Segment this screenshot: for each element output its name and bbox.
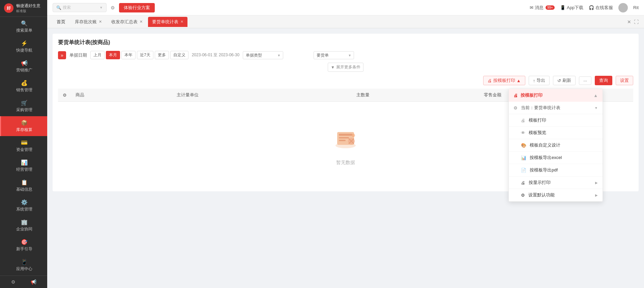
type-select[interactable]: 单据类型 (243, 51, 283, 59)
tab-label-receivable-summary: 收发存汇总表 (111, 19, 138, 25)
username-label[interactable]: Rit (633, 5, 639, 10)
basic-info-icon: 📋 (21, 179, 28, 186)
sidebar-label-operations: 经营管理 (16, 167, 32, 172)
col-quantity: 主数量 (352, 89, 480, 102)
sidebar-item-marketing[interactable]: 📢营销推广 (0, 57, 47, 76)
page-title: 要货单统计表(按商品) (58, 39, 633, 46)
tab-home[interactable]: 首页 (53, 17, 69, 27)
sidebar-item-operations[interactable]: 📊经营管理 (0, 156, 47, 176)
query-btn[interactable]: 查询 (595, 76, 612, 85)
sidebar-label-basic-info: 基础信息 (16, 187, 32, 192)
more-btn[interactable]: ··· (579, 76, 591, 85)
sidebar-label-finance: 资金管理 (16, 147, 32, 153)
date-buttons: 上月本月本年近7天更多自定义 (90, 51, 188, 59)
template-print-label: 模板打印 (529, 117, 546, 123)
sidebar-item-inventory[interactable]: 📦库存核算 (0, 116, 47, 136)
tabbar: 首页库存批次账✕收发存汇总表✕要货单统计表✕ ✕ ⛶ (47, 15, 644, 28)
date-btn-prev[interactable]: 上月 (90, 51, 105, 59)
current-icon: ⚙ (514, 105, 518, 110)
tab-order-stats[interactable]: 要货单统计表✕ (148, 17, 187, 27)
main-area: 🔍 搜索 ▼ ⚙ 体验行业方案 ✉ 消息 99+ 📱 App下载 🎧 在线客服 … (47, 0, 644, 288)
export-pdf-label: 按模板导出pdf (530, 167, 558, 173)
dropdown-display-print[interactable]: 🖨 按显示打印 ▶ (509, 177, 603, 189)
dropdown-item-export-pdf[interactable]: 📄按模板导出pdf (509, 164, 603, 177)
filter-bar: » 单据日期 上月本月本年近7天更多自定义 2023-06-01 至 2023-… (58, 51, 633, 59)
sidebar-label-marketing: 营销推广 (16, 67, 32, 73)
dropdown-close-arrow[interactable]: ▲ (593, 93, 598, 98)
dropdown-header-label: 按模板打印 (521, 92, 543, 98)
dropdown-item-template-design[interactable]: 🎨模板自定义设计 (509, 139, 603, 152)
tab-close-order-stats[interactable]: ✕ (180, 20, 183, 24)
content-area: 要货单统计表(按商品) » 单据日期 上月本月本年近7天更多自定义 2023-0… (47, 28, 644, 288)
tab-close-receivable-summary[interactable]: ✕ (140, 20, 143, 24)
export-btn[interactable]: ↑ 导出 (529, 76, 550, 85)
tab-batch-account[interactable]: 库存批次账✕ (71, 17, 106, 27)
empty-text: 暂无数据 (336, 160, 355, 166)
sidebar-nav: 🔍搜索菜单⚡快捷导航📢营销推广💰销售管理🛒采购管理📦库存核算💳资金管理📊经营管理… (0, 17, 47, 276)
tab-close-batch-account[interactable]: ✕ (99, 20, 102, 24)
sidebar-item-sales[interactable]: 💰销售管理 (0, 76, 47, 96)
sidebar-item-purchase[interactable]: 🛒采购管理 (0, 96, 47, 116)
settings-btn[interactable]: 设置 (616, 76, 633, 85)
user-avatar[interactable] (618, 3, 628, 12)
online-service-btn[interactable]: 🎧 在线客服 (589, 5, 613, 11)
display-print-icon: 🖨 (521, 180, 525, 185)
sidebar-item-guide[interactable]: 🎯新手引导 (0, 235, 47, 255)
messages-badge: 99+ (546, 5, 555, 10)
dropdown-item-export-excel[interactable]: 📊按模板导出excel (509, 152, 603, 164)
svg-point-8 (352, 134, 355, 137)
finance-icon: 💳 (21, 139, 28, 146)
display-print-arrow: ▶ (595, 181, 598, 185)
topbar-search-box[interactable]: 🔍 搜索 ▼ (53, 3, 107, 12)
messages-btn[interactable]: ✉ 消息 99+ (530, 5, 555, 11)
sidebar-item-enterprise[interactable]: 🏢企业协同 (0, 216, 47, 235)
logo-text: 畅捷通好生意 标准版 (16, 3, 40, 13)
filter-toggle-btn[interactable]: » (58, 51, 66, 59)
sidebar-label-guide: 新手引导 (16, 246, 32, 252)
date-btn-year[interactable]: 本年 (121, 51, 136, 59)
tab-receivable-summary[interactable]: 收发存汇总表✕ (107, 17, 147, 27)
set-default-arrow: ▶ (595, 193, 598, 197)
sidebar-label-purchase: 采购管理 (16, 107, 32, 113)
settings-footer-icon[interactable]: ⚙ (11, 279, 16, 285)
industry-btn[interactable]: 体验行业方案 (119, 3, 155, 12)
dropdown-item-template-print[interactable]: 🖨模板打印 (509, 114, 603, 127)
template-preview-label: 模板预览 (529, 130, 546, 136)
topbar-gear-icon[interactable]: ⚙ (111, 5, 115, 10)
sidebar-item-quick-nav[interactable]: ⚡快捷导航 (0, 37, 47, 57)
sidebar-item-finance[interactable]: 💳资金管理 (0, 136, 47, 156)
sidebar-item-basic-info[interactable]: 📋基础信息 (0, 176, 47, 196)
dropdown-header: 🖨 按模板打印 ▲ (509, 89, 603, 102)
tab-expand-icon[interactable]: ⛶ (634, 19, 639, 25)
refresh-icon: ↺ (557, 78, 561, 83)
display-print-label: 按显示打印 (529, 180, 551, 186)
speaker-footer-icon[interactable]: 📢 (31, 279, 36, 285)
date-btn-more[interactable]: 更多 (155, 51, 169, 59)
sidebar-item-app-center[interactable]: 📱应用中心 (0, 255, 47, 275)
date-btn-custom[interactable]: 自定义 (170, 51, 188, 59)
app-download-btn[interactable]: 📱 App下载 (560, 5, 583, 11)
date-btn-7days[interactable]: 近7天 (137, 51, 153, 59)
tab-label-order-stats: 要货单统计表 (152, 19, 178, 25)
refresh-btn[interactable]: ↺ 刷新 (553, 76, 576, 85)
expand-conditions-btn[interactable]: ▼ 展开更多条件 (328, 63, 363, 72)
sidebar-item-system[interactable]: ⚙️系统管理 (0, 196, 47, 216)
date-btn-current[interactable]: 本月 (106, 51, 120, 59)
tabbar-right: ✕ ⛶ (627, 19, 639, 25)
svg-rect-4 (339, 140, 346, 141)
settings-label: 设置 (620, 77, 629, 84)
dropdown-item-template-preview[interactable]: 👁模板预览 (509, 127, 603, 139)
sidebar-item-search[interactable]: 🔍搜索菜单 (0, 17, 47, 37)
goods-select[interactable]: 要货单 (314, 51, 354, 59)
dropdown-current-item[interactable]: ⚙ 当前：要货单统计表 ▼ (509, 102, 603, 114)
app-center-icon: 📱 (21, 259, 28, 265)
date-filter-label: 单据日期 (69, 52, 87, 58)
message-icon: ✉ (530, 5, 533, 10)
tab-close-all-icon[interactable]: ✕ (627, 19, 631, 25)
dropdown-set-default[interactable]: ⚙ 设置默认功能 ▶ (509, 189, 603, 201)
sales-icon: 💰 (21, 80, 28, 86)
print-dropdown: 🖨 按模板打印 ▲ ⚙ 当前：要货单统计表 ▼ 🖨模板打印👁模板预览🎨模板自定义… (508, 89, 603, 202)
service-icon: 🎧 (589, 5, 594, 10)
app-download-label: App下载 (567, 5, 583, 11)
print-btn[interactable]: 🖨 按模板打印 ▲ (483, 76, 525, 85)
